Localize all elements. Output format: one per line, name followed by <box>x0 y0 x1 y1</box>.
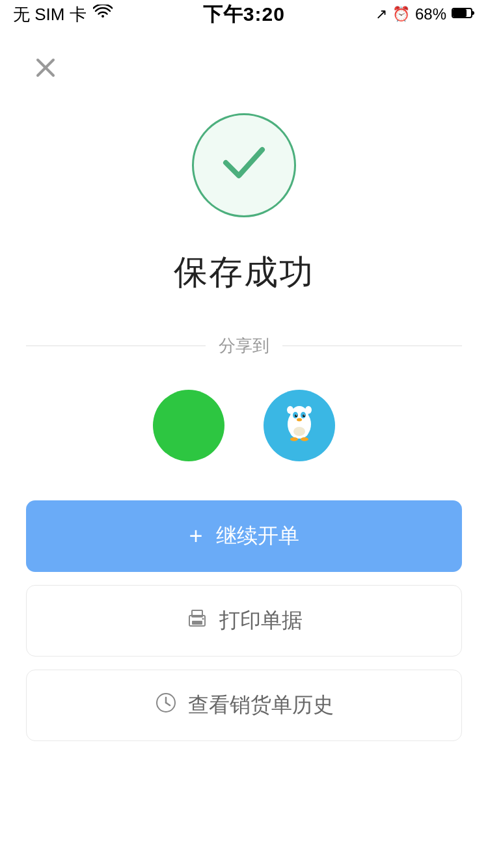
continue-plus-icon: + <box>189 522 202 550</box>
battery-text: 68% <box>415 5 446 23</box>
action-buttons: + 继续开单 打印单据 <box>26 500 462 741</box>
divider-right <box>282 346 462 346</box>
status-bar: 无 SIM 卡 下午3:20 ↗ ⏰ 68% <box>0 0 488 29</box>
success-circle <box>192 113 296 217</box>
continue-label: 继续开单 <box>216 522 299 550</box>
location-icon: ↗ <box>375 6 387 23</box>
print-label: 打印单据 <box>219 606 303 635</box>
svg-point-18 <box>297 418 302 422</box>
clock-icon <box>154 691 178 720</box>
status-left: 无 SIM 卡 <box>13 3 113 26</box>
wechat-share-button[interactable] <box>153 390 224 461</box>
print-button[interactable]: 打印单据 <box>26 585 462 657</box>
share-icons-container <box>26 390 462 461</box>
svg-point-24 <box>305 406 312 414</box>
svg-point-17 <box>304 414 305 416</box>
share-section: 分享到 <box>26 334 462 461</box>
close-button[interactable] <box>20 42 72 94</box>
success-title: 保存成功 <box>174 250 314 295</box>
status-right: ↗ ⏰ 68% <box>375 5 475 23</box>
svg-rect-1 <box>453 9 467 17</box>
main-content: 保存成功 分享到 <box>0 94 488 868</box>
svg-rect-27 <box>192 621 202 625</box>
svg-point-20 <box>293 427 305 436</box>
svg-point-28 <box>202 618 204 620</box>
divider-left <box>26 346 206 346</box>
no-sim-text: 无 SIM 卡 <box>13 3 87 26</box>
checkmark-icon <box>218 135 270 196</box>
svg-line-31 <box>166 703 170 705</box>
status-time: 下午3:20 <box>203 1 285 28</box>
svg-point-21 <box>290 437 298 441</box>
battery-icon <box>452 5 475 23</box>
svg-point-23 <box>287 406 293 414</box>
share-divider: 分享到 <box>26 334 462 357</box>
svg-point-22 <box>301 437 308 441</box>
history-button[interactable]: 查看销货单历史 <box>26 670 462 741</box>
alarm-icon: ⏰ <box>392 6 410 23</box>
share-label: 分享到 <box>219 334 269 357</box>
continue-button[interactable]: + 继续开单 <box>26 500 462 572</box>
history-label: 查看销货单历史 <box>188 691 334 720</box>
qq-share-button[interactable] <box>264 390 335 461</box>
wifi-icon <box>93 5 113 25</box>
print-icon <box>185 606 209 635</box>
svg-point-16 <box>296 414 297 416</box>
